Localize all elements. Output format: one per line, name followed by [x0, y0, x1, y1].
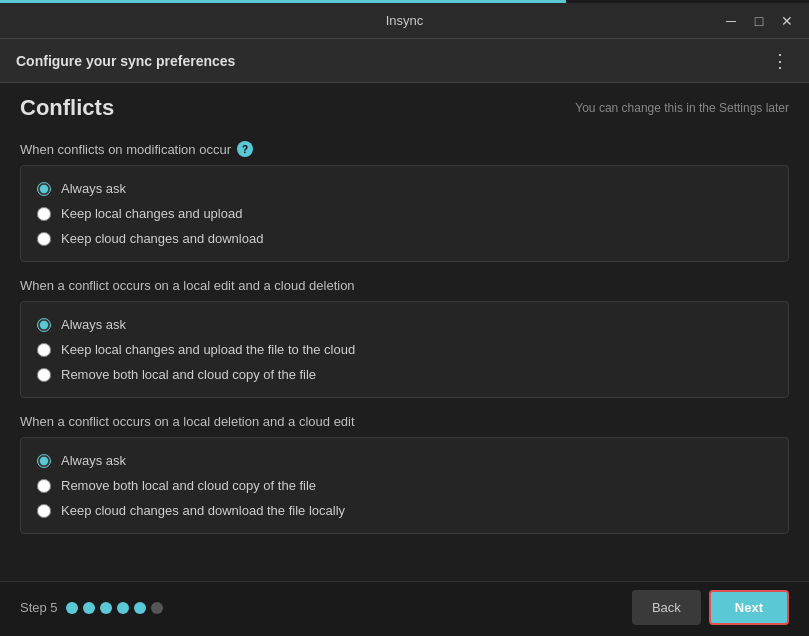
app-title: Insync [386, 13, 424, 28]
radio-mod-keep-cloud[interactable] [37, 232, 51, 246]
section-modification: When conflicts on modification occur ? A… [20, 141, 789, 262]
label-mod-keep-cloud: Keep cloud changes and download [61, 231, 263, 246]
next-button[interactable]: Next [709, 590, 789, 625]
header-menu-button[interactable]: ⋮ [767, 46, 793, 76]
section-modification-label: When conflicts on modification occur ? [20, 141, 789, 157]
help-icon-modification[interactable]: ? [237, 141, 253, 157]
window-controls: ─ □ ✕ [721, 11, 797, 31]
option-lecd-always-ask[interactable]: Always ask [37, 312, 772, 337]
radio-mod-keep-local[interactable] [37, 207, 51, 221]
radio-mod-always-ask[interactable] [37, 182, 51, 196]
footer-buttons: Back Next [632, 590, 789, 625]
label-ldce-always-ask: Always ask [61, 453, 126, 468]
step-dot-6 [151, 602, 163, 614]
radio-ldce-remove-both[interactable] [37, 479, 51, 493]
radio-ldce-always-ask[interactable] [37, 454, 51, 468]
step-label: Step 5 [20, 600, 58, 615]
label-mod-always-ask: Always ask [61, 181, 126, 196]
radio-lecd-always-ask[interactable] [37, 318, 51, 332]
label-ldce-remove-both: Remove both local and cloud copy of the … [61, 478, 316, 493]
section-lecd-label: When a conflict occurs on a local edit a… [20, 278, 789, 293]
configure-title: Configure your sync preferences [16, 53, 235, 69]
section-local-edit-cloud-delete: When a conflict occurs on a local edit a… [20, 278, 789, 398]
section-ldce-options: Always ask Remove both local and cloud c… [20, 437, 789, 534]
section-local-delete-cloud-edit: When a conflict occurs on a local deleti… [20, 414, 789, 534]
option-ldce-remove-both[interactable]: Remove both local and cloud copy of the … [37, 473, 772, 498]
option-lecd-remove-both[interactable]: Remove both local and cloud copy of the … [37, 362, 772, 387]
section-ldce-label: When a conflict occurs on a local deleti… [20, 414, 789, 429]
close-button[interactable]: ✕ [777, 11, 797, 31]
radio-ldce-keep-cloud[interactable] [37, 504, 51, 518]
step-dots [66, 602, 163, 614]
step-dot-4 [117, 602, 129, 614]
header: Configure your sync preferences ⋮ [0, 39, 809, 83]
option-ldce-keep-cloud[interactable]: Keep cloud changes and download the file… [37, 498, 772, 523]
radio-lecd-keep-local[interactable] [37, 343, 51, 357]
label-ldce-keep-cloud: Keep cloud changes and download the file… [61, 503, 345, 518]
section-lecd-options: Always ask Keep local changes and upload… [20, 301, 789, 398]
label-lecd-always-ask: Always ask [61, 317, 126, 332]
label-mod-keep-local: Keep local changes and upload [61, 206, 242, 221]
page-header: Conflicts You can change this in the Set… [0, 83, 809, 129]
option-ldce-always-ask[interactable]: Always ask [37, 448, 772, 473]
option-mod-keep-cloud[interactable]: Keep cloud changes and download [37, 226, 772, 251]
option-lecd-keep-local[interactable]: Keep local changes and upload the file t… [37, 337, 772, 362]
radio-lecd-remove-both[interactable] [37, 368, 51, 382]
option-mod-always-ask[interactable]: Always ask [37, 176, 772, 201]
footer: Step 5 Back Next [0, 581, 809, 633]
step-dot-3 [100, 602, 112, 614]
maximize-button[interactable]: □ [749, 11, 769, 31]
section-modification-options: Always ask Keep local changes and upload… [20, 165, 789, 262]
step-dot-1 [66, 602, 78, 614]
step-dot-2 [83, 602, 95, 614]
option-mod-keep-local[interactable]: Keep local changes and upload [37, 201, 772, 226]
content-area: When conflicts on modification occur ? A… [0, 129, 809, 581]
label-lecd-remove-both: Remove both local and cloud copy of the … [61, 367, 316, 382]
label-lecd-keep-local: Keep local changes and upload the file t… [61, 342, 355, 357]
step-dot-5 [134, 602, 146, 614]
step-indicator: Step 5 [20, 600, 163, 615]
back-button[interactable]: Back [632, 590, 701, 625]
page-title: Conflicts [20, 95, 114, 121]
title-bar: Insync ─ □ ✕ [0, 3, 809, 39]
page-subtitle: You can change this in the Settings late… [575, 101, 789, 115]
minimize-button[interactable]: ─ [721, 11, 741, 31]
